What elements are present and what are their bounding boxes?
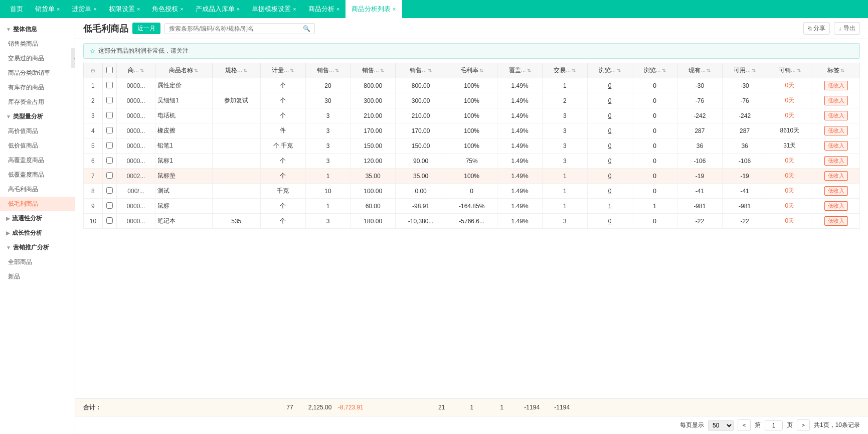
sidebar-group-marketing-analysis[interactable]: ▼ 营销推广分析 — [0, 240, 75, 255]
row-sales-price: 170.00 — [351, 123, 396, 138]
row-available: -30 — [722, 78, 767, 93]
share-button[interactable]: ⎗ 分享 — [803, 22, 830, 35]
time-filter-button[interactable]: 近一月 — [132, 23, 160, 34]
page-number-input[interactable] — [765, 420, 783, 430]
sidebar-item-all-products[interactable]: 全部商品 — [0, 255, 75, 269]
close-icon[interactable]: × — [93, 6, 96, 12]
col-tag[interactable]: 标签⇅ — [812, 63, 860, 78]
content-area: 低毛利商品 近一月 🔍 ⎗ 分享 ↓ 导出 ☆ 这部分商品的利润非常低，请关注 — [75, 18, 868, 434]
row-sales-profit: 150.00 — [396, 138, 446, 154]
row-checkbox-cell — [102, 93, 116, 108]
chevron-right-icon: ▶ — [6, 216, 10, 221]
sidebar-item-low-coverage[interactable]: 低覆盖度商品 — [0, 168, 75, 182]
row-browse2: 0 — [632, 123, 677, 138]
export-button[interactable]: ↓ 导出 — [834, 22, 860, 35]
sidebar-item-new-products[interactable]: 新品 — [0, 269, 75, 284]
nav-permission-settings[interactable]: 权限设置 × — [103, 0, 146, 18]
row-checkbox[interactable] — [106, 202, 113, 209]
sidebar-item-sales-products[interactable]: 销售类商品 — [0, 37, 75, 51]
nav-home[interactable]: 首页 — [4, 0, 29, 18]
sidebar-item-stock-capital[interactable]: 库存资金占用 — [0, 95, 75, 109]
close-icon[interactable]: × — [293, 6, 296, 12]
prev-page-button[interactable]: ＜ — [738, 419, 751, 431]
row-checkbox[interactable] — [106, 217, 113, 224]
row-available: -19 — [722, 169, 767, 184]
col-gross-rate[interactable]: 毛利率⇅ — [446, 63, 497, 78]
row-gross-rate: 100% — [446, 93, 497, 108]
close-icon[interactable]: × — [57, 6, 60, 12]
nav-sales-order[interactable]: 销货单 × — [29, 0, 66, 18]
table-row: 2 0000... 吴细细1 参加复试 个 30 300.00 300.00 1… — [84, 93, 860, 108]
col-coverage[interactable]: 覆盖...⇅ — [497, 63, 543, 78]
row-checkbox[interactable] — [106, 187, 113, 194]
row-checkbox[interactable] — [106, 82, 113, 88]
search-input[interactable] — [169, 25, 303, 32]
row-sales-qty: 3 — [305, 108, 351, 123]
col-sales-qty[interactable]: 销售...⇅ — [305, 63, 351, 78]
row-sales-qty: 10 — [305, 184, 351, 199]
row-checkbox[interactable] — [106, 127, 113, 133]
col-spec[interactable]: 规格...⇅ — [212, 63, 260, 78]
nav-role-auth[interactable]: 角色授权 × — [146, 0, 189, 18]
col-settings[interactable]: ⚙ — [84, 63, 103, 78]
row-number: 1 — [91, 82, 95, 89]
settings-icon[interactable]: ⚙ — [90, 67, 96, 74]
close-icon[interactable]: × — [137, 6, 140, 12]
col-current[interactable]: 现有...⇅ — [677, 63, 723, 78]
sidebar-item-high-margin[interactable]: 高毛利商品 — [0, 182, 75, 197]
next-page-button[interactable]: ＞ — [797, 419, 810, 431]
row-tag: 低收入 — [812, 214, 860, 229]
col-sales-profit[interactable]: 销售...⇅ — [396, 63, 446, 78]
col-available[interactable]: 可用...⇅ — [722, 63, 767, 78]
nav-purchase-order[interactable]: 进货单 × — [66, 0, 102, 18]
row-checkbox[interactable] — [106, 172, 113, 179]
nav-template-settings[interactable]: 单据模板设置 × — [246, 0, 302, 18]
col-browse2[interactable]: 浏览...⇅ — [632, 63, 677, 78]
sidebar-group-growth-analysis[interactable]: ▶ 成长性分析 — [0, 226, 75, 240]
row-checkbox[interactable] — [106, 142, 113, 149]
sidebar-item-category-rate[interactable]: 商品分类助销率 — [0, 66, 75, 80]
row-checkbox[interactable] — [106, 157, 113, 164]
close-icon[interactable]: × — [180, 6, 183, 12]
row-transaction: 3 — [542, 138, 587, 154]
row-checkbox[interactable] — [106, 112, 113, 118]
col-unit[interactable]: 计量...⇅ — [260, 63, 305, 78]
sidebar-group-overall[interactable]: ▼ 整体信息 — [0, 22, 75, 37]
close-icon[interactable]: × — [237, 6, 240, 12]
table-row: 7 0002... 鼠标垫 个 1 35.00 35.00 100% 1.49%… — [84, 169, 860, 184]
sidebar-group-category-analysis[interactable]: ▼ 类型量分析 — [0, 109, 75, 124]
col-code[interactable]: 商...⇅ — [116, 63, 155, 78]
nav-product-analysis-list[interactable]: 商品分析列表 × — [345, 0, 402, 18]
sidebar-item-high-coverage[interactable]: 高覆盖度商品 — [0, 153, 75, 168]
footer-current: -1194 — [517, 402, 547, 413]
sidebar-group-flow-analysis[interactable]: ▶ 流通性分析 — [0, 211, 75, 226]
table-row: 8 000/... 测试 千克 10 100.00 0.00 0 1.49% 1… — [84, 184, 860, 199]
sidebar-item-traded-products[interactable]: 交易过的商品 — [0, 51, 75, 66]
sidebar-collapse-btn[interactable]: « — [71, 48, 75, 68]
col-browse1[interactable]: 浏览...⇅ — [587, 63, 632, 78]
col-sellable[interactable]: 可销...⇅ — [767, 63, 812, 78]
row-sellable: 0天 — [767, 169, 812, 184]
nav-product-instock[interactable]: 产成品入库单 × — [190, 0, 246, 18]
nav-product-analysis[interactable]: 商品分析 × — [302, 0, 345, 18]
search-icon[interactable]: 🔍 — [303, 25, 310, 32]
row-checkbox[interactable] — [106, 97, 113, 103]
close-icon[interactable]: × — [336, 6, 339, 12]
footer-col-code — [134, 402, 164, 413]
col-name[interactable]: 商品名称⇅ — [155, 63, 212, 78]
sidebar-item-stocked-products[interactable]: 有库存的商品 — [0, 80, 75, 95]
select-all-checkbox[interactable] — [106, 67, 113, 73]
row-browse1: 0 — [587, 108, 632, 123]
row-sales-price: 210.00 — [351, 108, 396, 123]
sidebar-item-low-margin[interactable]: 低毛利商品 — [0, 197, 75, 211]
sidebar-item-high-value[interactable]: 高价值商品 — [0, 124, 75, 138]
row-spec: 535 — [212, 214, 260, 229]
row-spec: 参加复试 — [212, 93, 260, 108]
col-transaction[interactable]: 交易...⇅ — [542, 63, 587, 78]
row-spec — [212, 184, 260, 199]
row-coverage: 1.49% — [497, 214, 543, 229]
col-sales-price[interactable]: 销售...⇅ — [351, 63, 396, 78]
per-page-select[interactable]: 50 20 100 — [708, 420, 734, 431]
sidebar-item-low-value[interactable]: 低价值商品 — [0, 138, 75, 153]
close-icon[interactable]: × — [393, 6, 396, 12]
